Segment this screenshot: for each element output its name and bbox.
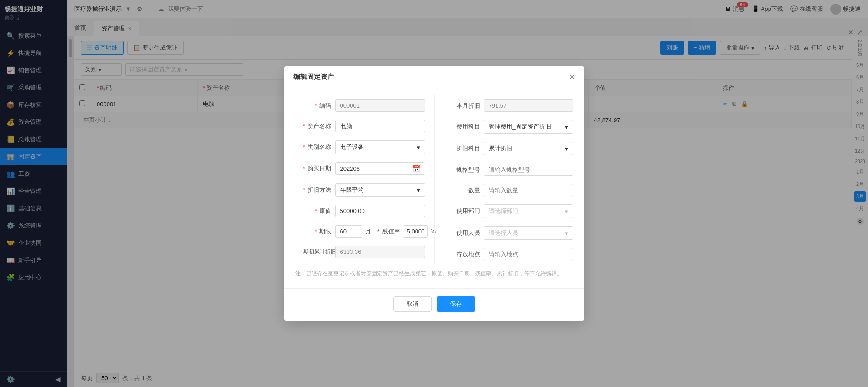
- person-placeholder: 请选择人员: [489, 229, 518, 237]
- form-row-asset-name: * 资产名称: [295, 116, 425, 136]
- dep-account-value: 累计折旧: [489, 144, 512, 153]
- original-value-label: * 原值: [295, 207, 332, 215]
- residual-label-text: 残值率: [382, 228, 400, 236]
- cancel-button[interactable]: 取消: [393, 296, 432, 312]
- asset-name-label: * 资产名称: [295, 122, 332, 130]
- depreciation-method-chevron-icon: ▾: [417, 187, 420, 194]
- code-input[interactable]: [335, 99, 425, 112]
- form-right-col: 本月折旧 费用科目 管理费用_固定资产折旧 ▾ 折旧科目: [434, 95, 573, 264]
- department-label: 使用部门: [444, 207, 480, 215]
- initial-depreciation-label: 期初累计折旧: [295, 248, 336, 256]
- form-row-spec: 规格型号: [444, 159, 573, 180]
- purchase-date-input[interactable]: 202206 📅: [335, 162, 425, 175]
- department-select[interactable]: 请选择部门 ▾: [484, 204, 573, 218]
- department-placeholder: 请选择部门: [489, 207, 518, 215]
- asset-name-input[interactable]: [335, 120, 425, 132]
- form-row-monthly-depreciation: 本月折旧: [444, 95, 573, 116]
- depreciation-method-select[interactable]: 年限平均 ▾: [335, 183, 425, 197]
- category-select-value: 电子设备: [340, 143, 364, 151]
- residual-rate-input[interactable]: [403, 225, 428, 238]
- initial-depreciation-input[interactable]: [335, 246, 425, 258]
- modal-title: 编辑固定资产: [293, 73, 334, 81]
- expense-account-select[interactable]: 管理费用_固定资产折旧 ▾: [484, 120, 573, 134]
- depreciation-method-label: * 折旧方法: [295, 186, 332, 194]
- quantity-label: 数量: [444, 186, 480, 194]
- spec-label: 规格型号: [444, 166, 480, 174]
- modal-body: * 编码 * 资产名称 * 类别名称 电子设备 ▾: [284, 86, 584, 288]
- calendar-icon[interactable]: 📅: [412, 165, 420, 172]
- form-row-initial-depreciation: 期初累计折旧: [295, 242, 425, 262]
- expense-account-chevron-icon: ▾: [565, 124, 568, 130]
- person-label: 使用人员: [444, 229, 480, 237]
- category-chevron-icon: ▾: [417, 144, 420, 151]
- period-residual-group: 月 * 残值率 %: [335, 225, 425, 238]
- period-input[interactable]: [335, 225, 362, 238]
- dep-account-chevron-icon: ▾: [565, 145, 568, 152]
- period-label: * 期限: [295, 228, 332, 236]
- category-select[interactable]: 电子设备 ▾: [335, 140, 425, 154]
- modal-footer: 取消 保存: [284, 288, 584, 321]
- category-name-label: * 类别名称: [295, 143, 332, 151]
- form-row-category: * 类别名称 电子设备 ▾: [295, 136, 425, 158]
- form-row-dep-account: 折旧科目 累计折旧 ▾: [444, 138, 573, 159]
- form-row-period-residual: * 期限 月 * 残值率 %: [295, 221, 425, 242]
- form-row-department: 使用部门 请选择部门 ▾: [444, 200, 573, 222]
- original-value-input[interactable]: [335, 205, 425, 217]
- form-row-depreciation-method: * 折旧方法 年限平均 ▾: [295, 179, 425, 201]
- modal-header: 编辑固定资产 ✕: [284, 66, 584, 86]
- depreciation-method-value: 年限平均: [340, 186, 364, 194]
- form-row-person: 使用人员 请选择人员 ▾: [444, 222, 573, 244]
- edit-asset-modal: 编辑固定资产 ✕ * 编码 * 资产名称: [284, 66, 584, 321]
- form-row-location: 存放地点: [444, 244, 573, 264]
- purchase-date-value: 202206: [340, 165, 360, 172]
- save-button[interactable]: 保存: [437, 296, 475, 312]
- residual-rate-label: *: [377, 228, 380, 235]
- location-input[interactable]: [484, 248, 573, 260]
- period-unit: 月: [365, 228, 371, 236]
- form-row-expense-account: 费用科目 管理费用_固定资产折旧 ▾: [444, 116, 573, 138]
- modal-note-text: 注：已经存在变更记录或者对应固定资产已经生成凭证，原值、购买日期、残值率、累计折…: [295, 270, 573, 278]
- modal-overlay: 编辑固定资产 ✕ * 编码 * 资产名称: [0, 0, 868, 387]
- person-chevron-icon: ▾: [565, 230, 568, 237]
- location-label: 存放地点: [444, 250, 480, 258]
- dep-account-select[interactable]: 累计折旧 ▾: [484, 142, 573, 155]
- dep-account-label: 折旧科目: [444, 144, 480, 153]
- person-select[interactable]: 请选择人员 ▾: [484, 226, 573, 240]
- form-row-code: * 编码: [295, 95, 425, 116]
- modal-close-button[interactable]: ✕: [569, 73, 575, 81]
- modal-note-area: 注：已经存在变更记录或者对应固定资产已经生成凭证，原值、购买日期、残值率、累计折…: [295, 270, 573, 278]
- form-grid: * 编码 * 资产名称 * 类别名称 电子设备 ▾: [295, 95, 573, 264]
- form-left-col: * 编码 * 资产名称 * 类别名称 电子设备 ▾: [295, 95, 434, 264]
- department-chevron-icon: ▾: [565, 208, 568, 215]
- quantity-input[interactable]: [484, 184, 573, 196]
- monthly-dep-label: 本月折旧: [444, 102, 480, 110]
- form-row-purchase-date: * 购买日期 202206 📅: [295, 158, 425, 179]
- spec-input[interactable]: [484, 164, 573, 176]
- code-label: * 编码: [295, 102, 332, 110]
- form-row-quantity: 数量: [444, 180, 573, 200]
- form-row-original-value: * 原值: [295, 201, 425, 221]
- expense-account-label: 费用科目: [444, 123, 480, 131]
- monthly-dep-input[interactable]: [484, 99, 573, 112]
- purchase-date-label: * 购买日期: [295, 164, 332, 173]
- expense-account-value: 管理费用_固定资产折旧: [489, 123, 551, 131]
